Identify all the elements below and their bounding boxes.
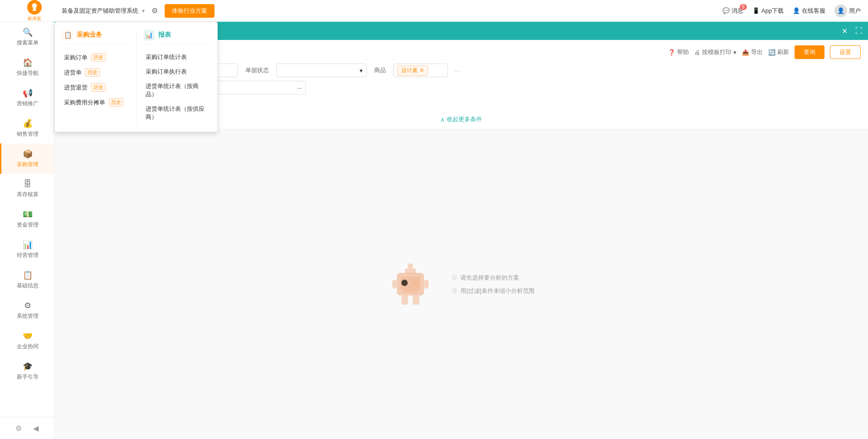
sidebar-label-search: 搜索菜单 [17, 39, 39, 47]
logo-subtitle: 标准版 [28, 15, 41, 22]
set-btn[interactable]: 设置 [830, 45, 861, 59]
top-header: 标准版 装备及固定资产辅助管理系统 ▾ ⚙ 体验行业方案 💬 消息 9 📱 Ap… [0, 0, 868, 22]
message-badge: 9 [740, 4, 747, 10]
finance-icon: 💵 [23, 209, 33, 219]
sidebar-label-basic: 基础信息 [17, 282, 39, 290]
sidebar-item-sales[interactable]: 💰 销售管理 [0, 113, 54, 143]
phone-icon: 📱 [752, 7, 760, 14]
sidebar-label-finance: 资金管理 [17, 221, 39, 229]
sidebar-item-inventory[interactable]: 🗄 库存核算 [0, 174, 54, 204]
reports-header-icon-box: 📊 [144, 30, 155, 40]
empty-robot-icon [388, 259, 433, 309]
logo-area: 标准版 [7, 0, 62, 22]
search-icon: 🔍 [23, 27, 33, 37]
dropdown-item-stock-in[interactable]: 进货单 历史 [62, 65, 129, 80]
sidebar-bottom: ⚙ ◀ [0, 417, 54, 439]
hint-1: ① 请先选择要分析的方案 [451, 273, 519, 282]
export-btn[interactable]: 📤 导出 [742, 48, 763, 56]
svg-point-0 [33, 4, 36, 7]
sidebar-item-system[interactable]: ⚙ 系统管理 [0, 295, 54, 326]
help-btn[interactable]: ❓ 帮助 [668, 48, 689, 56]
sidebar-item-quick-nav[interactable]: 🏠 快捷导航 [0, 52, 54, 83]
system-icon: ⚙ [24, 301, 31, 311]
sidebar-item-guide[interactable]: 🎓 新手引导 [0, 356, 54, 386]
svg-point-11 [408, 263, 413, 269]
system-settings-icon[interactable]: ⚙ [148, 5, 161, 17]
system-dropdown-arrow[interactable]: ▾ [142, 8, 145, 14]
svg-rect-5 [404, 290, 417, 293]
industry-btn[interactable]: 体验行业方案 [165, 4, 215, 18]
dropdown-item-stock-return[interactable]: 进货退货 历史 [62, 80, 129, 95]
svg-rect-10 [405, 268, 416, 274]
history-badge-3: 历史 [109, 98, 123, 107]
hint-2: ② 用[过滤]条件来缩小分析范围 [451, 286, 534, 295]
enterprise-icon: 🤝 [23, 331, 33, 341]
print-arrow-icon: ▾ [733, 49, 736, 56]
sidebar-item-finance[interactable]: 💵 资金管理 [0, 204, 54, 234]
dropdown-item-purchase-fee[interactable]: 采购费用分摊单 历史 [62, 95, 129, 110]
dropdown-item-purchase-order[interactable]: 采购订单 历史 [62, 50, 129, 65]
dropdown-item-report-2[interactable]: 采购订单执行表 [144, 64, 210, 79]
dropdown-item-report-1[interactable]: 采购订单统计表 [144, 50, 210, 64]
doc-status-select[interactable]: ▾ [276, 64, 367, 77]
dropdown-item-report-4[interactable]: 进货单统计表（按供应商） [144, 102, 210, 124]
svg-rect-7 [424, 280, 429, 289]
dropdown-item-report-3[interactable]: 进货单统计表（按商品） [144, 79, 210, 102]
goods-tag-close[interactable]: ✕ [419, 67, 424, 74]
sidebar-item-purchase[interactable]: 📦 采购管理 [0, 143, 54, 174]
sidebar-label-guide: 新手引导 [17, 373, 39, 381]
svg-rect-8 [401, 296, 408, 305]
reports-header-icon: 📊 [145, 31, 153, 39]
history-badge-0: 历史 [91, 53, 106, 62]
collapse-sidebar-btn[interactable]: ◀ [29, 422, 42, 434]
sidebar-label-purchase: 采购管理 [17, 161, 39, 168]
print-icon: 🖨 [694, 49, 700, 56]
tab-close-btn[interactable]: ✕ [839, 25, 850, 36]
sidebar-label-operation: 经营管理 [17, 252, 39, 259]
sidebar-label-marketing: 营销推广 [17, 100, 39, 108]
sidebar: 🔍 搜索菜单 🏠 快捷导航 📢 营销推广 💰 销售管理 📦 采购管理 🗄 库存核… [0, 22, 54, 439]
settings-bottom-btn[interactable]: ⚙ [12, 422, 25, 434]
message-btn[interactable]: 💬 消息 9 [722, 7, 743, 15]
dropdown-columns: 📋 采购业务 采购订单 历史 进货单 历史 进货退货 历史 采购费用分摊 [62, 30, 210, 124]
refresh-btn[interactable]: 🔄 刷新 [768, 48, 789, 56]
query-btn[interactable]: 查询 [795, 45, 824, 59]
home-icon: 🏠 [23, 58, 33, 68]
reports-col-header: 📊 报表 [144, 30, 210, 44]
goods-select[interactable]: 设计素 ✕ [393, 64, 448, 77]
empty-state: ① 请先选择要分析的方案 ② 用[过滤]条件来缩小分析范围 [388, 259, 534, 309]
dropdown-divider [136, 30, 137, 124]
sidebar-item-operation[interactable]: 📊 经营管理 [0, 234, 54, 265]
svg-rect-9 [413, 296, 419, 305]
message-icon: 💬 [722, 7, 730, 14]
goods-more-icon[interactable]: ··· [455, 67, 460, 74]
purchase-icon: 📦 [23, 149, 33, 159]
sidebar-item-search[interactable]: 🔍 搜索菜单 [0, 22, 54, 52]
marketing-icon: 📢 [23, 88, 33, 98]
inventory-icon: 🗄 [24, 179, 32, 189]
tab-expand-btn[interactable]: ⛶ [853, 25, 864, 36]
svg-rect-6 [392, 280, 397, 289]
collapse-up-icon: ∧ [440, 116, 445, 123]
operation-icon: 📊 [23, 240, 33, 250]
help-icon: ❓ [668, 49, 675, 56]
salesperson-select[interactable]: ··· [215, 81, 306, 94]
guide-icon: 🎓 [23, 361, 33, 371]
history-badge-2: 历史 [91, 83, 106, 92]
sidebar-label-inventory: 库存核算 [17, 191, 39, 198]
purchase-header-icon: 📋 [64, 31, 72, 39]
purchase-dropdown-menu: 📋 采购业务 采购订单 历史 进货单 历史 进货退货 历史 采购费用分摊 [54, 22, 218, 132]
basic-icon: 📋 [23, 270, 33, 280]
sidebar-item-marketing[interactable]: 📢 营销推广 [0, 83, 54, 113]
sidebar-item-enterprise[interactable]: 🤝 企业协同 [0, 326, 54, 356]
sidebar-label-sales: 销售管理 [17, 130, 39, 138]
empty-hint-area: ① 请先选择要分析的方案 ② 用[过滤]条件来缩小分析范围 [451, 273, 534, 295]
system-title-area: 装备及固定资产辅助管理系统 ▾ ⚙ 体验行业方案 [62, 4, 722, 18]
print-btn[interactable]: 🖨 按模板打印 ▾ [694, 48, 736, 56]
export-icon: 📤 [742, 49, 749, 56]
goods-label: 商品 [374, 66, 386, 74]
sidebar-item-basic[interactable]: 📋 基础信息 [0, 265, 54, 295]
online-service-btn[interactable]: 👤 在线客服 [793, 7, 825, 15]
app-download-btn[interactable]: 📱 App下载 [752, 7, 784, 15]
user-btn[interactable]: 👤 用户 [834, 5, 861, 17]
